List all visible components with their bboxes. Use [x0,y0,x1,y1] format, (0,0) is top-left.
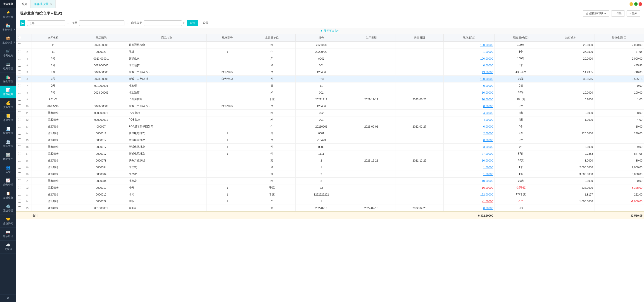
row-checkbox[interactable] [18,57,21,60]
row-qty-main[interactable]: -16.00000 [444,184,495,191]
row-checkbox-cell[interactable] [16,110,23,116]
row-checkbox[interactable] [18,200,21,203]
sidebar-item-ops[interactable]: 📈 经营管理 [0,176,16,189]
row-qty-main[interactable]: 3.00000 [444,144,495,150]
row-qty-main[interactable]: 122.00000 [444,191,495,198]
row-checkbox[interactable] [18,206,21,209]
tab-close-btn[interactable]: ✕ [50,3,52,6]
sidebar-item-guide[interactable]: 📖 新手引导 [0,228,16,241]
row-checkbox[interactable] [18,152,21,155]
row-checkbox-cell[interactable] [16,171,23,178]
row-checkbox-cell[interactable] [16,137,23,144]
row-qty-main[interactable]: 100.00000 [444,42,495,49]
row-checkbox-cell[interactable] [16,130,23,137]
row-checkbox[interactable] [18,193,21,196]
close-btn[interactable]: ✕ [638,2,642,6]
row-qty-main[interactable]: 10.00000 [444,96,495,103]
row-checkbox[interactable] [18,159,21,162]
row-qty-main[interactable]: 0.00000 [444,62,495,69]
row-checkbox[interactable] [18,98,21,101]
category-input[interactable] [144,20,182,26]
select-all-checkbox[interactable] [18,36,21,39]
row-qty-main[interactable]: 10.00000 [444,178,495,184]
sidebar-item-quick-nav[interactable]: ⚡ 快捷导航 [0,8,16,21]
sidebar-item-cloud[interactable]: ☁️ 云应用 [0,241,16,253]
row-checkbox-cell[interactable] [16,82,23,89]
row-checkbox-cell[interactable] [16,62,23,69]
row-checkbox[interactable] [18,166,21,169]
row-checkbox[interactable] [18,138,21,141]
row-checkbox-cell[interactable] [16,49,23,55]
row-checkbox-cell[interactable] [16,116,23,123]
row-checkbox-cell[interactable] [16,150,23,157]
row-checkbox[interactable] [18,186,21,189]
settings-filter-btn[interactable]: 设置 [200,20,211,26]
row-checkbox-cell[interactable] [16,42,23,49]
row-qty-main[interactable]: 0.00000 [444,103,495,110]
sidebar-item-collab[interactable]: 🤝 企业协同 [0,215,16,228]
sidebar-item-general[interactable]: 📒 总账管理 [0,111,16,124]
row-qty-main[interactable]: 100.00000 [444,76,495,82]
row-checkbox[interactable] [18,91,21,94]
row-qty-main[interactable]: 1.00000 [444,164,495,171]
export-btn[interactable]: ↑ 导出 [611,11,625,17]
display-btn[interactable]: ≡ 显示 [626,11,640,17]
row-checkbox-cell[interactable] [16,103,23,110]
row-checkbox-cell[interactable] [16,69,23,76]
sidebar-item-invoice[interactable]: 🧾 发票管理 [0,124,16,137]
row-checkbox[interactable] [18,118,21,121]
row-checkbox-cell[interactable] [16,191,23,198]
row-checkbox-cell[interactable] [16,144,23,150]
row-checkbox[interactable] [18,84,21,87]
sidebar-item-fixed-asset[interactable]: 🏢 固定资产 [0,150,16,163]
row-checkbox-cell[interactable] [16,184,23,191]
goods-input[interactable] [79,20,124,26]
row-checkbox-cell[interactable] [16,164,23,171]
row-checkbox-cell[interactable] [16,205,23,212]
row-checkbox[interactable] [18,111,21,114]
row-checkbox[interactable] [18,43,21,46]
row-checkbox[interactable] [18,77,21,80]
row-qty-main[interactable]: 4.00000 [444,110,495,116]
tab-inventory-batch[interactable]: 库存批次量 ✕ [30,0,56,8]
row-checkbox-cell[interactable] [16,178,23,184]
row-qty-main[interactable]: 0.00000 [444,82,495,89]
row-checkbox[interactable] [18,104,21,107]
maximize-btn[interactable]: □ [634,2,638,6]
col-checkbox[interactable] [16,34,23,42]
sidebar-item-base-info[interactable]: 📋 基础信息 [0,189,16,202]
row-checkbox-cell[interactable] [16,157,23,164]
sidebar-logo[interactable]: 搜索菜单 [0,0,16,8]
sidebar-item-asset[interactable]: 💰 资金管理 [0,99,16,111]
warehouse-input[interactable] [27,20,65,26]
sidebar-item-tax[interactable]: 🏦 税务管理 [0,137,16,150]
row-qty-main[interactable]: 2.00000 [444,130,495,137]
row-checkbox-cell[interactable] [16,123,23,130]
row-checkbox[interactable] [18,50,21,53]
row-qty-main[interactable]: 87.00000 [444,150,495,157]
row-qty-main[interactable]: 4.00000 [444,116,495,123]
row-qty-main[interactable]: 100.00000 [444,55,495,62]
row-qty-main[interactable]: 1.00000 [444,49,495,55]
sidebar-item-mini-ecom[interactable]: 🛒 小号电商 [0,47,16,60]
row-qty-main[interactable]: 10.00000 [444,89,495,96]
row-qty-main[interactable]: 0.00000 [444,123,495,130]
search-btn[interactable]: 查询 [187,20,198,26]
row-checkbox[interactable] [18,179,21,182]
sidebar-item-sys[interactable]: ⚙️ 系统管理 [0,202,16,215]
row-checkbox-cell[interactable] [16,76,23,82]
row-qty-main[interactable]: 1.00000 [444,171,495,178]
sidebar-item-retail[interactable]: 🏪 零售管理 ▼ [0,21,16,34]
sidebar-item-inventory[interactable]: 📊 库存核算 [0,86,16,99]
row-qty-main[interactable]: 0.00000 [444,205,495,212]
row-checkbox[interactable] [18,70,21,73]
sidebar-item-ecom[interactable]: 💻 电商管理 [0,60,16,73]
row-checkbox[interactable] [18,172,21,175]
row-qty-main[interactable]: 49.60000 [444,69,495,76]
expand-more-label[interactable]: ▼ 展开更多条件 [320,29,340,33]
row-checkbox-cell[interactable] [16,198,23,205]
row-qty-main[interactable]: 0.00000 [444,137,495,144]
row-checkbox[interactable] [18,145,21,148]
row-checkbox-cell[interactable] [16,96,23,103]
row-checkbox[interactable] [18,125,21,128]
